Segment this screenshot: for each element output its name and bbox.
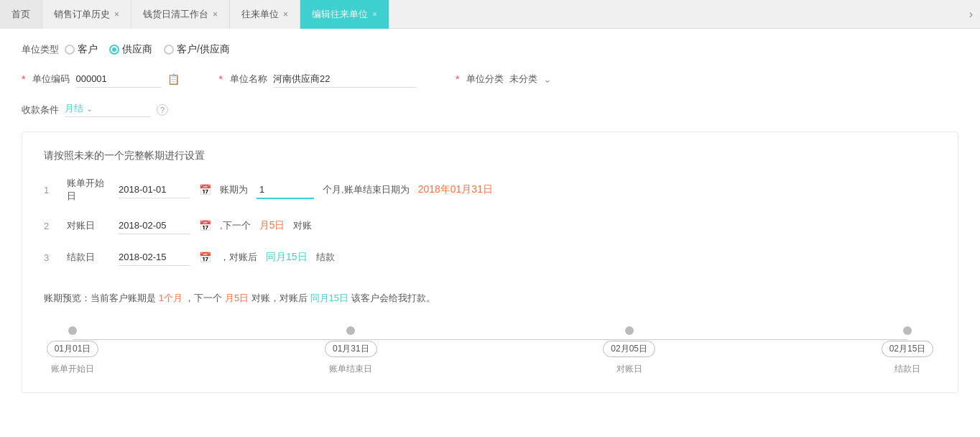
tl-dot-0 — [68, 326, 77, 335]
unit-code-input[interactable] — [75, 70, 162, 88]
timeline-wrapper: 01月01日 账单开始日 01月31日 账单结束日 02月05日 对账日 — [44, 326, 936, 375]
tab-cash[interactable]: 钱货日清工作台 × — [131, 0, 230, 29]
unit-name-label: 单位名称 — [230, 73, 267, 86]
period-card-title: 请按照未来的一个完整帐期进行设置 — [44, 150, 936, 162]
period-end-date: 2018年01月31日 — [418, 183, 493, 196]
start-date-cal-icon[interactable]: 📅 — [199, 184, 211, 196]
payment-date-cal-icon[interactable]: 📅 — [199, 252, 211, 263]
reconcile-highlight: 月5日 — [259, 219, 285, 232]
tab-cash-close[interactable]: × — [213, 9, 218, 19]
tab-home[interactable]: 首页 — [0, 0, 42, 29]
radio-both-circle — [164, 45, 174, 55]
tab-edit-partner-close[interactable]: × — [372, 9, 377, 19]
unit-classify-star: * — [456, 73, 459, 85]
tl-badge-0: 01月01日 — [47, 341, 99, 357]
reconcile-date-cal-icon[interactable]: 📅 — [199, 220, 211, 231]
preview-prefix: 账期预览：当前客户账期是 — [44, 293, 156, 303]
radio-customer-label: 客户 — [78, 43, 98, 56]
tab-bar: 首页 销售订单历史 × 钱货日清工作台 × 往来单位 × 编辑往来单位 × › — [0, 0, 980, 29]
tl-badge-2: 02月05日 — [603, 341, 655, 357]
tl-label-1: 账单结束日 — [329, 363, 372, 375]
radio-supplier-label: 供应商 — [122, 43, 152, 56]
unit-code-label: 单位编码 — [32, 73, 70, 86]
tl-label-2: 对账日 — [616, 363, 642, 375]
start-date-input[interactable] — [119, 181, 190, 198]
payment-terms-dropdown[interactable]: 月结 ⌄ — [65, 102, 151, 117]
period-label-2: 对账日 — [67, 219, 110, 232]
unit-code-icon[interactable]: 📋 — [167, 73, 180, 85]
tab-cash-label: 钱货日清工作台 — [143, 8, 208, 21]
radio-group: 客户 供应商 客户/供应商 — [65, 43, 230, 56]
period-card: 请按照未来的一个完整帐期进行设置 1 账单开始日 📅 账期为 个月,账单结束日期… — [22, 132, 958, 393]
payment-date-input[interactable] — [119, 249, 190, 266]
unit-code-group: * 单位编码 📋 — [22, 70, 180, 88]
period-mid-text: 账期为 — [220, 183, 248, 196]
unit-info-row: * 单位编码 📋 * 单位名称 * 单位分类 未分类 ⌄ — [22, 70, 958, 88]
unit-type-row: 单位类型 客户 供应商 客户/供应商 — [22, 43, 958, 56]
unit-name-input[interactable] — [273, 70, 417, 88]
tl-badge-1: 01月31日 — [325, 341, 377, 357]
tab-edit-partner[interactable]: 编辑往来单位 × — [300, 0, 389, 29]
period-num-2: 2 — [44, 221, 58, 231]
payment-suffix: 结款 — [316, 251, 335, 264]
unit-code-star: * — [22, 73, 25, 85]
payment-terms-value: 月结 — [65, 102, 83, 115]
tab-sales-order[interactable]: 销售订单历史 × — [42, 0, 131, 29]
help-icon[interactable]: ? — [157, 104, 168, 116]
timeline-items: 01月01日 账单开始日 01月31日 账单结束日 02月05日 对账日 — [44, 326, 936, 375]
period-label-3: 结款日 — [67, 251, 110, 264]
tl-badge-3: 02月15日 — [882, 341, 934, 357]
preview-highlight-3: 同月15日 — [310, 293, 348, 303]
period-suffix: 个月,账单结束日期为 — [323, 183, 410, 196]
period-label-1: 账单开始日 — [67, 177, 110, 203]
classify-value: 未分类 — [509, 73, 537, 86]
payment-terms-row: 收款条件 月结 ⌄ ? — [22, 102, 958, 117]
tab-partners-close[interactable]: × — [283, 9, 288, 19]
preview-text: 账期预览：当前客户账期是 1个月 ，下一个 月5日 对账，对账后 同月15日 该… — [44, 292, 936, 305]
reconcile-date-input[interactable] — [119, 217, 190, 234]
radio-supplier[interactable]: 供应商 — [109, 43, 152, 56]
radio-both-label: 客户/供应商 — [177, 43, 230, 56]
tl-item-1: 01月31日 账单结束日 — [322, 326, 379, 375]
tab-edit-partner-label: 编辑往来单位 — [312, 8, 368, 21]
tab-more-button[interactable]: › — [962, 8, 980, 21]
main-content: 单位类型 客户 供应商 客户/供应商 * 单位编码 — [0, 29, 980, 437]
reconcile-prefix: ,下一个 — [220, 219, 251, 232]
tab-sales-close[interactable]: × — [114, 9, 119, 19]
radio-both[interactable]: 客户/供应商 — [164, 43, 230, 56]
unit-classify-group: * 单位分类 未分类 ⌄ — [456, 73, 552, 86]
tab-sales-label: 销售订单历史 — [54, 8, 110, 21]
tab-partners-label: 往来单位 — [241, 8, 279, 21]
tab-home-label: 首页 — [11, 8, 30, 21]
radio-supplier-circle — [109, 45, 119, 55]
unit-type-label: 单位类型 — [22, 43, 59, 56]
reconcile-suffix: 对账 — [293, 219, 312, 232]
payment-prefix: ，对账后 — [220, 251, 257, 264]
unit-classify-label: 单位分类 — [466, 73, 504, 86]
preview-mid-2: 对账，对账后 — [251, 293, 308, 303]
payment-terms-label: 收款条件 — [22, 104, 59, 116]
payment-highlight: 同月15日 — [266, 251, 308, 264]
unit-type-group: 单位类型 客户 供应商 客户/供应商 — [22, 43, 230, 56]
tl-label-0: 账单开始日 — [51, 363, 94, 375]
preview-highlight-2: 月5日 — [225, 293, 249, 303]
payment-terms-group: 收款条件 月结 ⌄ ? — [22, 102, 168, 117]
tl-item-0: 01月01日 账单开始日 — [44, 326, 101, 375]
radio-customer[interactable]: 客户 — [65, 43, 98, 56]
classify-arrow-icon: ⌄ — [543, 73, 552, 85]
preview-highlight-1: 1个月 — [159, 293, 182, 303]
tl-dot-3 — [903, 326, 912, 335]
unit-name-star: * — [218, 73, 222, 85]
tl-item-3: 02月15日 结款日 — [879, 326, 936, 375]
radio-customer-circle — [65, 45, 75, 55]
unit-classify-dropdown[interactable]: 未分类 ⌄ — [509, 73, 552, 86]
tab-partners[interactable]: 往来单位 × — [230, 0, 300, 29]
period-num-3: 3 — [44, 252, 58, 263]
tl-dot-1 — [346, 326, 355, 335]
preview-mid-1: ，下一个 — [185, 293, 222, 303]
period-num-input[interactable] — [256, 181, 314, 199]
period-row-3: 3 结款日 📅 ，对账后 同月15日 结款 — [44, 249, 936, 266]
tl-label-3: 结款日 — [895, 363, 920, 375]
preview-section: 账期预览：当前客户账期是 1个月 ，下一个 月5日 对账，对账后 同月15日 该… — [44, 280, 936, 375]
preview-suffix: 该客户会给我打款。 — [351, 293, 435, 303]
